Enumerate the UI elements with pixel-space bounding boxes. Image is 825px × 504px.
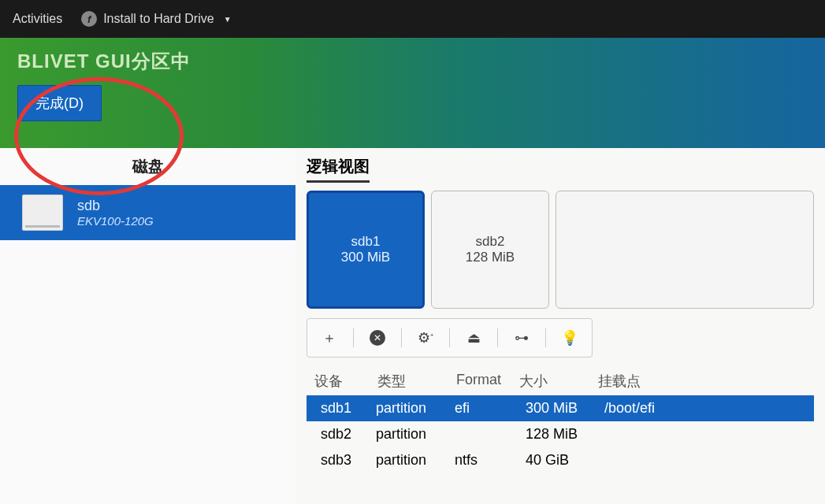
chevron-down-icon: ▼ [224,15,232,24]
partition-table: 设备 类型 Format 大小 挂载点 sdb1 partition efi 3… [307,367,814,473]
hint-button[interactable]: 💡 [557,325,582,350]
disk-model: EKV100-120G [77,214,154,228]
cell-size: 40 GiB [526,452,604,469]
cell-size: 128 MiB [526,426,604,443]
cell-type: partition [376,400,455,417]
disk-labels: sdb EKV100-120G [77,198,154,228]
fedora-icon: f [81,11,97,27]
cell-size: 300 MiB [526,400,604,417]
table-row[interactable]: sdb1 partition efi 300 MiB /boot/efi [307,395,814,421]
cell-type: partition [376,426,455,443]
disk-sidebar: 磁盘 sdb EKV100-120G [0,148,295,504]
partition-size: 300 MiB [341,250,390,265]
col-format: Format [456,372,519,391]
lightbulb-icon: 💡 [561,329,578,346]
settings-button[interactable]: ⚙+ [413,325,438,350]
page-title: BLIVET GUI分区中 [17,49,808,74]
partition-name: sdb2 [476,234,505,250]
cell-mount [604,452,800,469]
table-row[interactable]: sdb3 partition ntfs 40 GiB [307,447,814,473]
cell-format: efi [455,400,526,417]
disk-item-sdb[interactable]: sdb EKV100-120G [0,185,295,240]
cell-device: sdb3 [321,452,376,469]
remove-icon: ✕ [370,330,385,346]
cell-device: sdb2 [321,426,376,443]
cell-device: sdb1 [321,400,376,417]
activities-button[interactable]: Activities [13,12,62,26]
partition-box-sdb1[interactable]: sdb1 300 MiB [307,191,425,309]
separator [545,328,546,347]
plus-icon: ＋ [322,328,336,347]
disk-name: sdb [77,198,154,214]
eject-icon: ⏏ [467,329,481,346]
partition-toolbar: ＋ ✕ ⚙+ ⏏ ⊶ 💡 [307,318,593,358]
app-name-label: Install to Hard Drive [103,12,214,26]
gnome-topbar: Activities f Install to Hard Drive ▼ [0,0,825,38]
sidebar-heading: 磁盘 [0,148,295,185]
partition-visual-row: sdb1 300 MiB sdb2 128 MiB [307,191,814,309]
done-button[interactable]: 完成(D) [17,85,102,121]
partition-box-sdb2[interactable]: sdb2 128 MiB [431,191,549,309]
col-size: 大小 [519,372,598,391]
app-menu[interactable]: f Install to Hard Drive ▼ [81,11,231,27]
separator [497,328,498,347]
table-row[interactable]: sdb2 partition 128 MiB [307,421,814,447]
remove-button[interactable]: ✕ [365,325,390,350]
col-device: 设备 [314,372,377,391]
separator [353,328,354,347]
cell-mount [604,426,800,443]
partition-size: 128 MiB [466,250,515,265]
activities-label: Activities [13,12,62,26]
gear-icon: ⚙+ [418,329,434,346]
table-header-row: 设备 类型 Format 大小 挂载点 [307,367,814,395]
col-mount: 挂载点 [598,372,806,391]
cell-format: ntfs [455,452,526,469]
separator [401,328,402,347]
eject-button[interactable]: ⏏ [461,325,486,350]
logical-view-heading: 逻辑视图 [307,156,370,183]
partition-box-remaining[interactable] [556,191,814,309]
page-header: BLIVET GUI分区中 完成(D) [0,38,825,148]
unlock-button[interactable]: ⊶ [509,325,534,350]
hard-drive-icon [22,195,63,231]
content-area: 磁盘 sdb EKV100-120G 逻辑视图 sdb1 300 MiB sdb… [0,148,825,504]
partition-name: sdb1 [351,234,381,250]
key-icon: ⊶ [515,329,529,346]
cell-format [455,426,526,443]
add-button[interactable]: ＋ [317,325,342,350]
separator [449,328,450,347]
col-type: 类型 [377,372,456,391]
main-panel: 逻辑视图 sdb1 300 MiB sdb2 128 MiB ＋ ✕ ⚙+ [295,148,825,504]
cell-mount: /boot/efi [604,400,800,417]
cell-type: partition [376,452,455,469]
